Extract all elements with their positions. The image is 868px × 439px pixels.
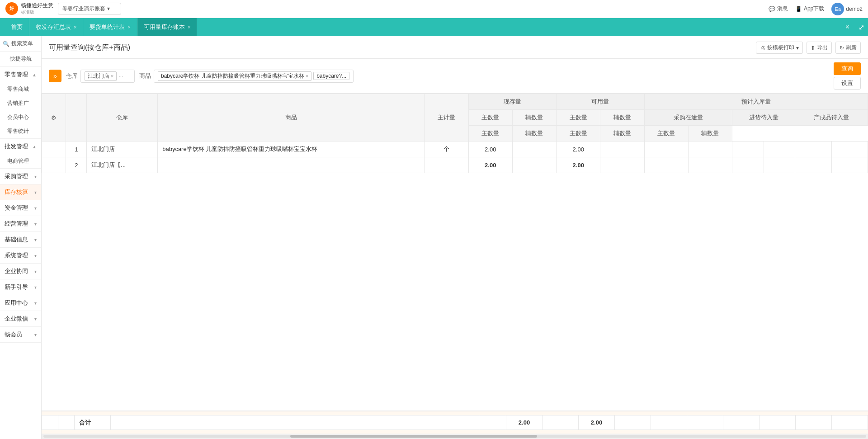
- tab-home[interactable]: 首页: [5, 18, 29, 36]
- tab-available-ledger-close[interactable]: ×: [188, 24, 190, 30]
- tab-order-stats-close[interactable]: ×: [127, 24, 130, 30]
- sidebar-group-newbie-title[interactable]: 新手引导 ▾: [0, 279, 41, 295]
- operations-arrow: ▾: [34, 222, 37, 227]
- sidebar-group-retail: 零售管理 ▲ 零售商城 营销推广 会员中心 零售统计: [0, 67, 41, 139]
- table-container: ⚙仓库商品主计量现存量可用量预计入库量主数量辅数量主数量辅数量采购在途量进货待入…: [42, 94, 868, 411]
- apps-label: 应用中心: [5, 299, 28, 307]
- th-av-main: 主数量: [557, 110, 600, 126]
- purchase-label: 采购管理: [5, 172, 28, 180]
- setting-button[interactable]: 设置: [834, 77, 861, 90]
- sidebar-group-wholesale-title[interactable]: 批发管理 ▲: [0, 139, 41, 154]
- footer-spacer1: [42, 415, 58, 430]
- warehouse-tags[interactable]: 江北门店 × ···: [80, 70, 135, 83]
- system-label: 系统管理: [5, 251, 28, 260]
- export-button[interactable]: ⬆ 导出: [807, 42, 832, 54]
- user-profile[interactable]: Ea demo2: [831, 3, 863, 15]
- sidebar-group-system-title[interactable]: 系统管理 ▾: [0, 248, 41, 263]
- app-download-button[interactable]: 📱 App下载: [795, 5, 824, 13]
- operations-label: 经营管理: [5, 220, 28, 228]
- product-tag-1-label: babycare学饮杯 儿童防摔防撞吸管杯重力球吸嘴杯宝宝水杯: [161, 72, 304, 80]
- filter-row: » 仓库 江北门店 × ··· 商品 babycare学饮杯 儿童防摔防撞吸管杯…: [42, 59, 868, 94]
- cell-product-pending-aux-1: [831, 142, 868, 157]
- tab-receipt-summary[interactable]: 收发存汇总表 ×: [29, 18, 83, 36]
- filter-toggle[interactable]: »: [49, 70, 61, 82]
- wholesale-label: 批发管理: [5, 142, 28, 151]
- th-sub-5: 辅数量: [688, 126, 732, 142]
- sidebar-quick-nav[interactable]: 快捷导航: [0, 52, 41, 67]
- query-button[interactable]: 查询: [834, 62, 861, 75]
- cell-product-pending-main-2: [795, 157, 831, 173]
- sidebar-group-retail-title[interactable]: 零售管理 ▲: [0, 67, 41, 82]
- system-arrow: ▾: [34, 253, 37, 258]
- industry-selector[interactable]: 母婴行业演示账套 ▾: [58, 3, 121, 15]
- footer-current-main: 2.00: [506, 415, 542, 430]
- sidebar-item-members[interactable]: 会员中心: [0, 110, 41, 124]
- tab-receipt-summary-close[interactable]: ×: [74, 24, 76, 30]
- sidebar-group-basic-title[interactable]: 基础信息 ▾: [0, 232, 41, 247]
- content-area: 可用量查询(按仓库+商品) 🖨 按模板打印 ▾ ⬆ 导出 ↻ 刷新: [42, 36, 868, 439]
- sidebar-group-apps: 应用中心 ▾: [0, 295, 41, 311]
- th-av-aux: 辅数量: [600, 110, 644, 126]
- sidebar-item-retail-stats[interactable]: 零售统计: [0, 124, 41, 138]
- finance-label: 资金管理: [5, 204, 28, 212]
- scrollbar-thumb[interactable]: [290, 435, 537, 438]
- cell-available-main-1: 2.00: [557, 142, 600, 157]
- retail-arrow: ▲: [32, 72, 37, 77]
- th-sub-0: 主数量: [468, 126, 512, 142]
- warehouse-ellipsis[interactable]: ···: [118, 73, 123, 79]
- footer-p3: [723, 415, 760, 430]
- sidebar-group-apps-title[interactable]: 应用中心 ▾: [0, 295, 41, 311]
- app-label: App下载: [804, 5, 824, 13]
- print-chevron: ▾: [796, 45, 799, 51]
- cell-warehouse-2: 江北门店【...: [87, 157, 158, 173]
- footer-spacer2: [58, 415, 75, 430]
- cell-product-pending-aux-2: [831, 157, 868, 173]
- th-pt: 采购在途量: [644, 110, 732, 126]
- sidebar-item-retail-mall[interactable]: 零售商城: [0, 82, 41, 96]
- sidebar-item-marketing[interactable]: 营销推广: [0, 96, 41, 110]
- refresh-button[interactable]: ↻ 刷新: [835, 42, 861, 54]
- sidebar-group-finance: 资金管理 ▾: [0, 200, 41, 216]
- product-tag-2-label: babycare?...: [316, 73, 346, 79]
- print-button[interactable]: 🖨 按模板打印 ▾: [756, 42, 803, 54]
- cell-goods-pending-main-2: [732, 157, 764, 173]
- th-gear[interactable]: ⚙: [42, 94, 66, 142]
- sidebar-group-basic: 基础信息 ▾: [0, 232, 41, 248]
- avatar: Ea: [831, 3, 844, 15]
- sidebar-group-inventory-title[interactable]: 库存核算 ▾: [0, 184, 41, 200]
- horizontal-scrollbar[interactable]: [42, 434, 868, 439]
- cell-current-main-1: 2.00: [468, 142, 512, 157]
- sidebar-item-ecommerce[interactable]: 电商管理: [0, 154, 41, 168]
- query-actions: 查询 设置: [834, 62, 861, 90]
- logo-area: 好 畅捷通好生意 标准版: [5, 2, 53, 15]
- th-cs-aux: 辅数量: [512, 110, 556, 126]
- cell-product-2: [158, 157, 425, 173]
- tab-order-stats-label: 要货单统计表: [90, 23, 125, 31]
- close-all-tabs[interactable]: ×: [840, 23, 855, 31]
- cell-goods-pending-main-1: [732, 142, 764, 157]
- member-arrow: ▾: [34, 332, 37, 337]
- expand-icon[interactable]: ⤢: [855, 23, 868, 32]
- sidebar-search[interactable]: 🔍 搜索菜单: [0, 36, 41, 52]
- warehouse-label: 仓库: [66, 72, 78, 80]
- tab-order-stats[interactable]: 要货单统计表 ×: [83, 18, 137, 36]
- cell-product-pending-main-1: [795, 142, 831, 157]
- footer-available-main: 2.00: [579, 415, 615, 430]
- warehouse-tag-1-remove[interactable]: ×: [111, 73, 113, 79]
- inventory-label: 库存核算: [5, 188, 28, 196]
- product-tags[interactable]: babycare学饮杯 儿童防摔防撞吸管杯重力球吸嘴杯宝宝水杯 × babyca…: [154, 70, 354, 83]
- cell-purchase-transit-aux-2: [688, 157, 732, 173]
- product-tag-1-remove[interactable]: ×: [306, 73, 308, 79]
- sidebar-group-member-title[interactable]: 畅会员 ▾: [0, 327, 41, 342]
- tab-available-ledger[interactable]: 可用量库存账本 ×: [137, 18, 197, 36]
- message-button[interactable]: 💬 消息: [769, 5, 788, 13]
- sidebar-group-finance-title[interactable]: 资金管理 ▾: [0, 200, 41, 216]
- chevron-down-icon: ▾: [107, 5, 110, 12]
- sidebar-group-purchase-title[interactable]: 采购管理 ▾: [0, 169, 41, 184]
- sidebar-group-operations-title[interactable]: 经营管理 ▾: [0, 216, 41, 231]
- warehouse-filter: 仓库 江北门店 × ···: [66, 70, 135, 83]
- sidebar-group-enterprise-title[interactable]: 企业协同 ▾: [0, 264, 41, 279]
- cell-settings: [42, 142, 66, 157]
- sidebar-group-wechat-title[interactable]: 企业微信 ▾: [0, 311, 41, 326]
- logo-icon: 好: [5, 2, 18, 15]
